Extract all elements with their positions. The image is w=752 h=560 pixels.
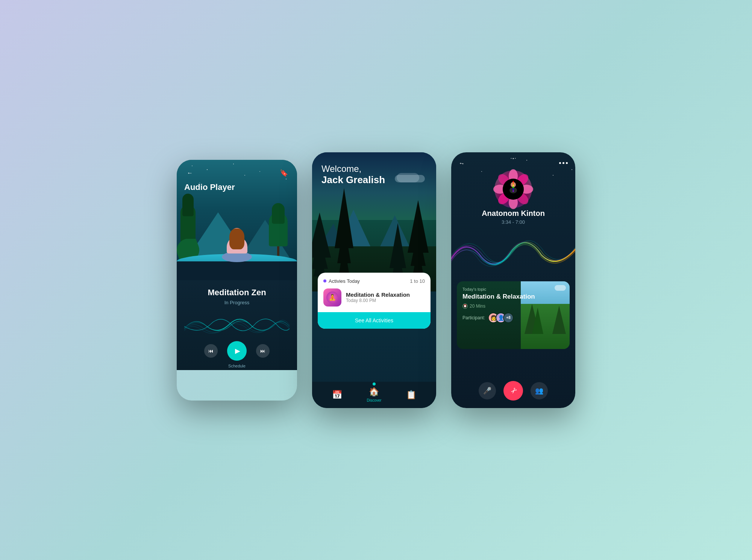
back-arrow-icon: ← [187,170,193,176]
svg-point-12 [512,183,514,184]
notes-icon: 📋 [406,390,416,400]
session-time-range: 3:34 - 7:00 [451,219,575,225]
user-name: Jack Grealish [321,174,385,186]
activity-time: Today 8.00 PM [346,298,410,303]
svg-point-14 [512,187,514,188]
nav-discover[interactable]: 🏠 Discover [367,387,382,402]
calendar-icon: 📅 [332,390,342,400]
end-call-icon: ✂ [508,385,519,396]
bookmark-button[interactable]: 🔖 [278,167,290,179]
color-wave-visualization [451,229,575,278]
wave-visualization [184,311,290,337]
svg-point-15 [512,188,514,190]
phone-discover: Welcome, Jack Grealish Activies Today 1 … [312,152,436,408]
mic-button[interactable]: 🎤 [479,382,496,399]
clock-icon: ⏰ [462,304,468,309]
activity-info: Meditation & Relaxation Today 8.00 PM [346,291,410,303]
home-icon: 🏠 [369,387,379,397]
activity-dot [323,279,326,282]
welcome-greeting: Welcome, [321,164,385,174]
prev-button[interactable]: ⏮ [204,344,218,358]
session-top-bar: ← [451,152,575,170]
participant-avatars: 👩 👤 +8 [488,313,514,323]
play-button[interactable]: ▶ [227,341,247,361]
phone-audio-player: ← 🔖 Audio Player [177,160,297,401]
track-title: Meditation Zen [184,288,290,297]
discover-label: Discover [367,398,382,402]
session-info-card: Today's topic Meditation & Relaxation ⏰ … [457,281,570,349]
back-arrow-icon: ← [459,160,465,166]
participant-count: +8 [503,313,514,323]
svg-point-11 [512,181,514,182]
people-icon: 👥 [535,387,543,395]
activity-icon: 🧘 [323,288,341,307]
svg-point-16 [512,190,514,192]
session-controls: 🎤 ✂ 👥 [451,381,575,401]
player-controls: ⏮ ▶ ⏭ [184,341,290,361]
track-status: In Progress [184,300,290,305]
activity-today-label: Activies Today [329,278,360,284]
today-topic-label: Today's topic [462,287,564,291]
bookmark-icon: 🔖 [280,169,288,177]
mic-icon: 🎤 [483,387,491,395]
activity-count: 1 to 10 [410,278,425,284]
next-icon: ⏭ [260,348,265,354]
activity-item: 🧘 Meditation & Relaxation Today 8.00 PM [323,288,425,307]
see-all-button[interactable]: See All Activities [318,312,431,329]
participant-row: Participant: 👩 👤 +8 [462,313,564,323]
page-title: Audio Player [184,182,235,192]
next-button[interactable]: ⏭ [256,344,270,358]
participant-label: Participant: [462,315,485,320]
people-button[interactable]: 👥 [531,382,548,399]
lotus-icon [493,168,534,210]
phone-session: ← [451,152,575,408]
bottom-navigation: 📅 🏠 Discover 📋 [312,382,436,408]
topic-title: Meditation & Relaxation [462,293,564,300]
play-icon: ▶ [235,347,240,355]
welcome-header: Welcome, Jack Grealish [321,164,385,186]
nav-notes[interactable]: 📋 [406,390,416,400]
session-avatar-container [451,172,575,206]
nav-calendar[interactable]: 📅 [332,390,342,400]
session-name: Anatonom Kinton [451,209,575,218]
activity-title: Meditation & Relaxation [346,291,410,298]
activity-card: Activies Today 1 to 10 🧘 Meditation & Re… [318,273,431,329]
schedule-label: Schedule [184,364,290,368]
more-options-button[interactable] [559,162,568,164]
end-call-button[interactable]: ✂ [503,381,523,401]
session-duration: ⏰ 20 Mins [462,304,564,309]
back-button[interactable]: ← [184,167,196,179]
prev-icon: ⏮ [208,348,214,354]
back-button[interactable]: ← [459,160,465,167]
svg-point-13 [512,185,514,186]
